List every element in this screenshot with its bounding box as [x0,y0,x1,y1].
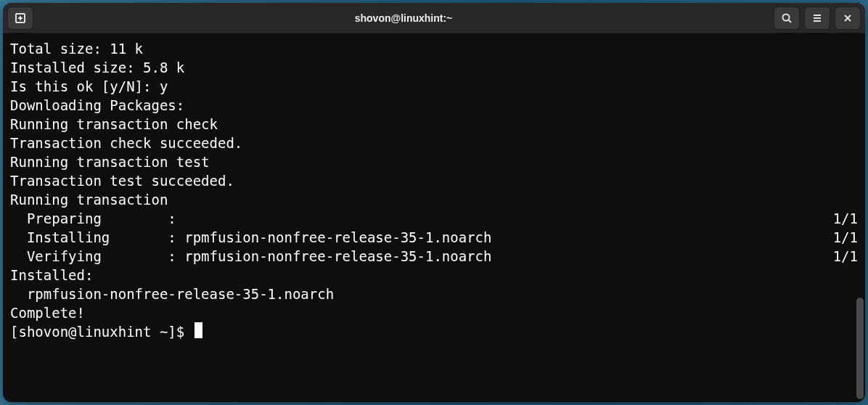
menu-button[interactable] [804,7,830,30]
terminal-line: Installed: [10,266,858,285]
terminal-line: Installing : rpmfusion-nonfree-release-3… [10,228,858,247]
prompt: [shovon@linuxhint ~]$ [10,324,193,340]
svg-point-3 [783,14,790,20]
terminal-line: Downloading Packages: [10,96,858,115]
terminal-line: Verifying : rpmfusion-nonfree-release-35… [10,247,858,266]
window-title: shovon@linuxhint:~ [38,12,769,24]
scrollbar[interactable] [856,298,864,399]
new-tab-button[interactable] [7,7,33,30]
terminal-line: rpmfusion-nonfree-release-35-1.noarch [10,285,858,303]
terminal-text: Verifying : rpmfusion-nonfree-release-35… [10,247,491,266]
progress-count: 1/1 [833,228,858,247]
terminal-text: Installing : rpmfusion-nonfree-release-3… [10,228,491,247]
search-button[interactable] [774,7,800,30]
prompt-line: [shovon@linuxhint ~]$ [10,322,858,341]
terminal-line: Complete! [10,303,858,322]
terminal-line: Preparing : 1/1 [10,209,858,228]
terminal-line: Transaction test succeeded. [10,171,858,190]
terminal-line: Total size: 11 k [10,39,858,58]
terminal-line: Is this ok [y/N]: y [10,77,858,96]
terminal-window: shovon@linuxhint:~ Total size: 11 k Inst… [3,3,865,402]
svg-line-4 [789,20,792,22]
terminal-line: Transaction check succeeded. [10,134,858,152]
terminal-line: Running transaction [10,190,858,209]
progress-count: 1/1 [833,247,858,266]
terminal-line: Installed size: 5.8 k [10,58,858,77]
cursor [195,322,202,338]
terminal-line: Running transaction test [10,152,858,171]
close-button[interactable] [835,7,861,30]
terminal-text: Preparing : [10,209,184,228]
titlebar: shovon@linuxhint:~ [3,3,865,33]
terminal-line: Running transaction check [10,115,858,134]
progress-count: 1/1 [833,209,858,228]
terminal-body[interactable]: Total size: 11 k Installed size: 5.8 k I… [3,33,865,402]
